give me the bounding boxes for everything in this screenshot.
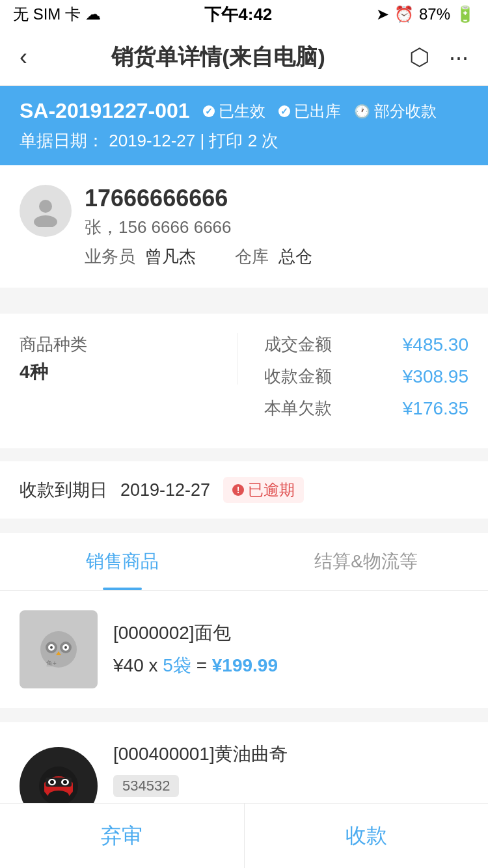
print-info: | 打印 2 次	[200, 131, 278, 150]
status-left: 无 SIM 卡 ☁	[13, 4, 101, 25]
order-number: SA-20191227-001	[20, 99, 190, 123]
stats-right: 成交金额 ¥485.30 收款金额 ¥308.95 本单欠款 ¥176.35	[238, 333, 469, 429]
salesperson-meta: 业务员 曾凡杰	[85, 245, 196, 268]
alarm-icon: ⏰	[394, 5, 414, 23]
battery-level: 87%	[419, 5, 450, 23]
due-date: 2019-12-27	[120, 480, 210, 500]
separator-1	[0, 288, 488, 301]
owed-row: 本单欠款 ¥176.35	[264, 397, 469, 420]
header-banner: SA-20191227-001 ✓ 已生效 ✓ 已出库 🕐 部分收款 单据日期：…	[0, 86, 488, 165]
customer-section: 17666666666 张，156 6666 6666 业务员 曾凡杰 仓库 总…	[0, 165, 488, 288]
tab-settlement-label: 结算&物流等	[314, 549, 418, 574]
customer-avatar	[20, 185, 72, 237]
product-badge-cookie: 534532	[113, 775, 179, 797]
warehouse-meta: 仓库 总仓	[235, 245, 312, 268]
product-thumb-bread: 鱼+	[20, 610, 98, 688]
date-label: 单据日期：	[20, 131, 104, 150]
due-label: 收款到期日	[20, 478, 107, 502]
status-shipped: ✓ 已出库	[278, 101, 341, 122]
product-name-bread: [0000002]面包	[113, 621, 468, 645]
tabs-section: 销售商品 结算&物流等	[0, 533, 488, 591]
order-row: SA-20191227-001 ✓ 已生效 ✓ 已出库 🕐 部分收款	[20, 99, 468, 123]
product-price-bread: ¥40 x 5袋 = ¥199.99	[113, 653, 468, 678]
warehouse-value: 总仓	[278, 247, 312, 266]
status-right: ➤ ⏰ 87% 🔋	[376, 5, 475, 23]
owed-label: 本单欠款	[264, 397, 332, 420]
overdue-dot-icon: !	[232, 484, 244, 496]
back-button[interactable]: ‹	[20, 44, 27, 71]
product-name-cookie: [000400001]黄油曲奇	[113, 742, 468, 766]
customer-phone: 17666666666	[85, 185, 468, 212]
due-section: 收款到期日 2019-12-27 ! 已逾期	[0, 461, 488, 519]
status-shipped-label: 已出库	[294, 101, 341, 122]
customer-meta: 业务员 曾凡杰 仓库 总仓	[85, 245, 468, 268]
product-item-bread[interactable]: 鱼+ [0000002]面包 ¥40 x 5袋 = ¥199.99	[0, 591, 488, 708]
svg-point-18	[63, 780, 67, 784]
deal-row: 成交金额 ¥485.30	[264, 333, 469, 356]
owed-value: ¥176.35	[403, 398, 468, 419]
date-value: 2019-12-27	[109, 131, 195, 150]
status-bar: 无 SIM 卡 ☁ 下午4:42 ➤ ⏰ 87% 🔋	[0, 0, 488, 29]
tabs-row: 销售商品 结算&物流等	[0, 533, 488, 590]
customer-contact: 张，156 6666 6666	[85, 216, 468, 239]
category-value: 4种	[20, 360, 224, 385]
tab-settlement[interactable]: 结算&物流等	[244, 533, 488, 590]
status-partial-label: 部分收款	[374, 101, 437, 122]
bread-price: ¥40	[113, 655, 144, 675]
bread-x: x	[149, 655, 163, 675]
sim-status: 无 SIM 卡 ☁	[13, 4, 101, 25]
separator-2	[0, 519, 488, 532]
deal-value: ¥485.30	[403, 334, 468, 355]
nav-bar: ‹ 销货单详情(来自电脑) ⬡ ···	[0, 29, 488, 86]
more-icon[interactable]: ···	[449, 44, 468, 71]
bread-eq: =	[197, 655, 212, 675]
tab-products-label: 销售商品	[86, 549, 159, 574]
received-label: 收款金额	[264, 365, 332, 388]
warehouse-label: 仓库	[235, 247, 269, 266]
customer-info: 17666666666 张，156 6666 6666 业务员 曾凡杰 仓库 总…	[85, 185, 468, 268]
share-icon[interactable]: ⬡	[409, 44, 429, 71]
bread-qty: 5袋	[163, 655, 191, 675]
check-icon-active: ✓	[203, 105, 215, 117]
confirm-button[interactable]: 收款	[245, 804, 489, 868]
product-info-bread: [0000002]面包 ¥40 x 5袋 = ¥199.99	[113, 621, 468, 678]
ninja-icon	[36, 763, 81, 809]
svg-point-17	[50, 780, 54, 784]
overdue-text: 已逾期	[248, 480, 295, 500]
stats-left: 商品种类 4种	[20, 333, 238, 385]
received-row: 收款金额 ¥308.95	[264, 365, 469, 388]
owl-icon: 鱼+	[36, 627, 81, 672]
status-active-label: 已生效	[219, 101, 265, 122]
clock-icon: 🕐	[354, 103, 370, 119]
status-partial: 🕐 部分收款	[354, 101, 437, 122]
svg-text:鱼+: 鱼+	[46, 660, 57, 667]
svg-point-0	[39, 200, 52, 213]
deal-label: 成交金额	[264, 333, 332, 356]
cancel-button[interactable]: 弃审	[0, 804, 245, 868]
location-icon: ➤	[376, 5, 389, 23]
page-title: 销货单详情(来自电脑)	[111, 42, 325, 72]
stats-section: 商品种类 4种 成交金额 ¥485.30 收款金额 ¥308.95 本单欠款 ¥…	[0, 314, 488, 448]
separator-3	[0, 709, 488, 722]
tab-products[interactable]: 销售商品	[0, 533, 244, 590]
bread-total: ¥199.99	[212, 655, 278, 675]
avatar-icon	[29, 195, 62, 227]
salesperson-label: 业务员	[85, 247, 135, 266]
check-icon-shipped: ✓	[278, 105, 290, 117]
category-label: 商品种类	[20, 333, 224, 356]
svg-point-7	[50, 646, 53, 649]
received-value: ¥308.95	[403, 366, 468, 387]
overdue-badge: ! 已逾期	[223, 477, 304, 503]
nav-actions: ⬡ ···	[409, 44, 468, 71]
svg-point-8	[64, 646, 67, 649]
svg-point-1	[34, 215, 57, 227]
status-active: ✓ 已生效	[203, 101, 265, 122]
svg-point-19	[48, 791, 69, 801]
time-display: 下午4:42	[204, 3, 272, 26]
bottom-bar: 弃审 收款	[0, 803, 488, 868]
salesperson-value: 曾凡杰	[145, 247, 196, 266]
battery-icon: 🔋	[455, 5, 475, 23]
header-date: 单据日期： 2019-12-27 | 打印 2 次	[20, 129, 468, 152]
